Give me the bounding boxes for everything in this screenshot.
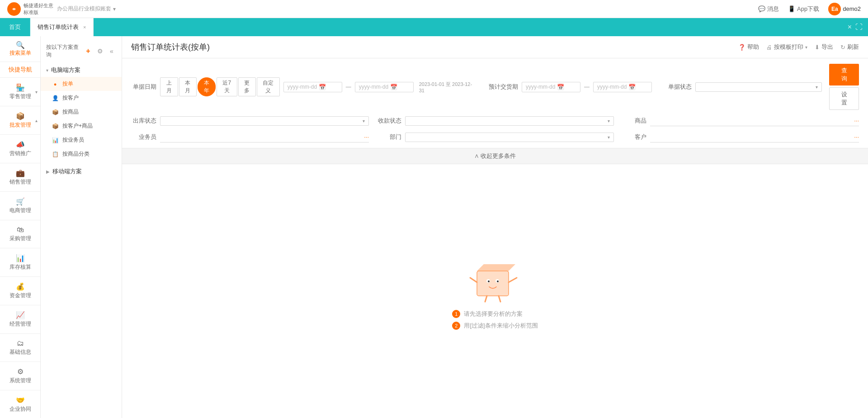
step-1-text: 请先选择要分析的方案 — [464, 310, 523, 318]
inventory-icon: 📊 — [4, 254, 37, 262]
logo-text: 畅捷通好生意 标准版 — [24, 2, 53, 15]
sidebar-item-enterprise[interactable]: 🤝 企业协同 — [0, 390, 40, 418]
home-tab[interactable]: 首页 — [0, 18, 30, 36]
app-download-button[interactable]: 📱 App下载 — [788, 5, 819, 13]
expected-delivery-start-input[interactable]: yyyy-mm-dd 📅 — [522, 82, 580, 92]
sidebar-item-sales[interactable]: 💼 销售管理 — [0, 163, 40, 192]
filter-salesperson-section: 业务员 ··· — [131, 132, 369, 142]
payment-status-dropdown-arrow-icon: ▾ — [608, 119, 610, 124]
sidebar-item-wholesale[interactable]: 📦 批发管理 ▴ — [0, 106, 40, 135]
print-dropdown-arrow-icon: ▾ — [805, 45, 807, 50]
sidebar-search[interactable]: 🔍 搜索菜单 — [0, 36, 40, 62]
filter-date-section: 单据日期 上月 本月 本年 近7天 更多 自定义 yyyy-mm-dd 📅 — [131, 77, 474, 96]
scheme-group-mobile: ▶ 移动端方案 — [41, 163, 122, 180]
filter-customer-section: 客户 ··· — [621, 132, 859, 142]
date-start-input[interactable]: yyyy-mm-dd 📅 — [283, 82, 342, 92]
scheme-item-by-category-label: 按商品分类 — [62, 150, 90, 158]
scheme-group-mobile-label: 移动端方案 — [52, 167, 82, 176]
current-tab[interactable]: 销售订单统计表 × — [30, 18, 94, 36]
avatar: Ea — [828, 3, 841, 15]
minimize-tab-button[interactable]: × — [848, 23, 852, 31]
sidebar-item-system[interactable]: ⚙ 系统管理 — [0, 362, 40, 390]
date-btn-last-month[interactable]: 上月 — [160, 77, 178, 96]
marketing-icon: 📣 — [4, 140, 37, 149]
message-button[interactable]: 💬 消息 — [758, 5, 779, 13]
refresh-button[interactable]: ↻ 刷新 — [840, 43, 859, 51]
scheme-item-by-cust-prod[interactable]: 📦 按客户+商品 — [41, 119, 122, 133]
maximize-tab-button[interactable]: ⛶ — [855, 23, 863, 31]
doc-status-select[interactable]: ▾ — [695, 82, 822, 92]
date-btn-this-year[interactable]: 本年 — [198, 77, 216, 96]
export-label: 导出 — [821, 43, 833, 51]
export-button[interactable]: ⬇ 导出 — [815, 43, 833, 51]
customer-label: 客户 — [621, 133, 646, 141]
refresh-label: 刷新 — [847, 43, 859, 51]
collapse-bar[interactable]: ∧ 收起更多条件 — [122, 148, 868, 164]
filter-area: 单据日期 上月 本月 本年 近7天 更多 自定义 yyyy-mm-dd 📅 — [122, 58, 868, 148]
settings-button[interactable]: 设置 — [829, 87, 859, 110]
date-end-input[interactable]: yyyy-mm-dd 📅 — [355, 82, 414, 92]
scheme-item-by-product[interactable]: 📦 按商品 — [41, 105, 122, 119]
date-btn-this-month[interactable]: 本月 — [179, 77, 197, 96]
finance-label: 资金管理 — [4, 292, 37, 299]
scheme-collapse-button[interactable]: « — [107, 47, 116, 56]
doc-status-dropdown-arrow-icon: ▾ — [816, 85, 818, 90]
date-range-text: 2023-01-01 至 2023-12-31 — [419, 81, 474, 93]
scheme-group-mobile-title[interactable]: ▶ 移动端方案 — [41, 165, 122, 178]
date-btn-custom[interactable]: 自定义 — [257, 77, 279, 96]
scheme-add-button[interactable]: + — [84, 47, 93, 56]
payment-status-select[interactable]: ▾ — [405, 116, 614, 126]
customer-more-button[interactable]: ··· — [854, 133, 859, 140]
expected-delivery-end-input[interactable]: yyyy-mm-dd 📅 — [593, 82, 652, 92]
svg-point-7 — [497, 280, 499, 282]
scheme-item-by-sales[interactable]: 📊 按业务员 — [41, 133, 122, 147]
system-label: 系统管理 — [4, 377, 37, 385]
scheme-group-arrow-icon: ▾ — [46, 68, 48, 73]
product-more-button[interactable]: ··· — [854, 117, 859, 124]
operation-label: 经营管理 — [4, 320, 37, 328]
delivery-status-select[interactable]: ▾ — [160, 116, 369, 126]
basic-icon: 🗂 — [4, 339, 37, 347]
ecommerce-label: 电商管理 — [4, 207, 37, 214]
sidebar-item-purchase[interactable]: 🛍 采购管理 — [0, 220, 40, 248]
scheme-settings-button[interactable]: ⚙ — [95, 47, 104, 56]
breadcrumb[interactable]: 办公用品行业模拟账套 ▾ — [57, 5, 116, 13]
date-btn-last-7-days[interactable]: 近7天 — [217, 77, 237, 96]
scheme-item-by-category[interactable]: 📋 按商品分类 — [41, 147, 122, 161]
sidebar-quick-nav[interactable]: 快捷导航 — [0, 62, 40, 78]
scheme-panel-title: 按以下方案查询 — [46, 43, 84, 59]
delivery-range-dash: — — [584, 84, 590, 90]
query-button[interactable]: 查询 — [829, 64, 859, 86]
department-select[interactable]: ▾ — [405, 133, 614, 142]
delivery-calendar-start-icon: 📅 — [557, 84, 564, 90]
sales-icon: 💼 — [4, 169, 37, 177]
page-actions: ❓ 帮助 🖨 按模板打印 ▾ ⬇ 导出 ↻ — [738, 43, 859, 51]
help-label: 帮助 — [747, 43, 759, 51]
sidebar-item-finance[interactable]: 💰 资金管理 — [0, 277, 40, 305]
step-1-number: 1 — [452, 310, 460, 318]
svg-rect-1 — [477, 271, 509, 296]
delivery-calendar-end-icon: 📅 — [628, 84, 636, 90]
inventory-label: 库存核算 — [4, 263, 37, 271]
date-range-dash: — — [346, 84, 351, 90]
help-button[interactable]: ❓ 帮助 — [738, 43, 759, 51]
scheme-group-desktop-title[interactable]: ▾ 电脑端方案 — [41, 63, 122, 77]
enterprise-label: 企业协同 — [4, 405, 37, 413]
sidebar-item-retail[interactable]: 🏪 零售管理 ▾ — [0, 78, 40, 106]
template-print-button[interactable]: 🖨 按模板打印 ▾ — [766, 43, 807, 51]
sidebar-item-basic[interactable]: 🗂 基础信息 — [0, 334, 40, 362]
salesperson-more-button[interactable]: ··· — [364, 133, 369, 140]
date-btn-more[interactable]: 更多 — [238, 77, 256, 96]
sidebar-item-inventory[interactable]: 📊 库存核算 — [0, 248, 40, 277]
phone-icon: 📱 — [788, 5, 795, 12]
sidebar-item-operation[interactable]: 📈 经营管理 — [0, 305, 40, 334]
sidebar-item-marketing[interactable]: 📣 营销推广 — [0, 135, 40, 163]
sidebar-item-ecommerce[interactable]: 🛒 电商管理 — [0, 192, 40, 220]
close-tab-button[interactable]: × — [83, 24, 86, 30]
help-icon: ❓ — [738, 44, 745, 51]
filter-row-1: 单据日期 上月 本月 本年 近7天 更多 自定义 yyyy-mm-dd 📅 — [131, 64, 859, 110]
scheme-item-by-customer[interactable]: 👤 按客户 — [41, 91, 122, 105]
user-area[interactable]: Ea demo2 — [828, 3, 861, 15]
scheme-item-by-order[interactable]: ● 按单 — [41, 77, 122, 91]
date-end-placeholder: yyyy-mm-dd — [359, 84, 388, 90]
